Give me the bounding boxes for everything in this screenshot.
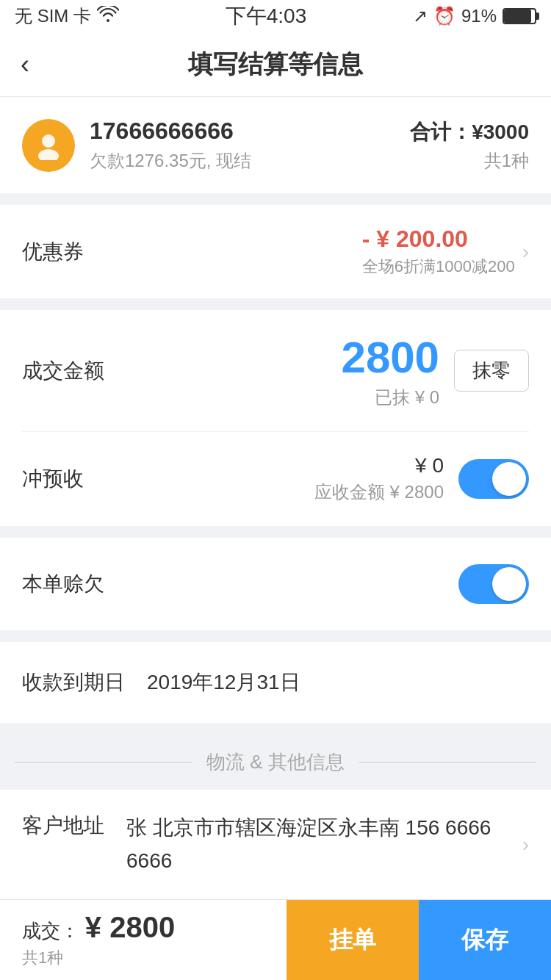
coupon-desc: 全场6折满1000减200 <box>362 256 515 278</box>
avatar <box>22 119 75 172</box>
customer-owe: 欠款1276.35元, 现结 <box>90 149 251 173</box>
coupon-right: - ¥ 200.00 全场6折满1000减200 › <box>362 226 529 278</box>
debt-toggle[interactable] <box>458 564 529 604</box>
battery-percent: 91% <box>461 6 497 26</box>
status-left: 无 SIM 卡 <box>15 4 119 28</box>
alarm-icon: ⏰ <box>433 6 455 26</box>
battery-bar <box>503 8 536 24</box>
duedate-label: 收款到期日 <box>22 669 125 696</box>
precollect-toggle[interactable] <box>458 459 529 499</box>
bottom-summary: 成交： ¥ 2800 共1种 <box>0 911 287 969</box>
page-title: 填写结算等信息 <box>188 48 363 82</box>
divider-line-right <box>359 762 536 763</box>
round-button[interactable]: 抹零 <box>454 350 529 392</box>
transaction-amount-wrap: 2800 已抹 ¥ 0 <box>342 332 439 409</box>
precollect-amounts: ¥ 0 应收金额 ¥ 2800 <box>314 454 444 504</box>
svg-point-1 <box>38 149 59 160</box>
address-section: 客户地址 张 北京市市辖区海淀区永丰南 156 6666 6666 › <box>0 790 551 900</box>
back-button[interactable]: ‹ <box>21 49 29 80</box>
bottom-deal-row: 成交： ¥ 2800 <box>22 911 264 944</box>
bottom-count: 共1种 <box>22 947 264 969</box>
address-chevron-icon: › <box>522 833 529 857</box>
debt-section: 本单赊欠 <box>0 538 551 630</box>
precollect-row: 冲预收 ¥ 0 应收金额 ¥ 2800 <box>22 432 529 526</box>
sim-label: 无 SIM 卡 <box>15 4 91 28</box>
debt-row: 本单赊欠 <box>22 538 529 630</box>
coupon-row[interactable]: 优惠券 - ¥ 200.00 全场6折满1000减200 › <box>0 205 551 298</box>
precollect-sub-amount: 应收金额 ¥ 2800 <box>314 480 444 504</box>
svg-point-0 <box>42 134 55 148</box>
location-icon: ↗ <box>413 6 428 26</box>
precollect-label: 冲预收 <box>22 465 84 493</box>
customer-left: 17666666666 欠款1276.35元, 现结 <box>22 118 251 173</box>
content-area: 17666666666 欠款1276.35元, 现结 合计：¥3000 共1种 … <box>0 97 551 980</box>
status-time: 下午4:03 <box>226 2 307 30</box>
customer-total: 合计：¥3000 共1种 <box>410 118 529 173</box>
wifi-icon <box>97 6 119 26</box>
status-right: ↗ ⏰ 91% <box>413 6 536 26</box>
transaction-sub: 已抹 ¥ 0 <box>342 386 439 409</box>
logistics-divider: 物流 & 其他信息 <box>0 735 551 790</box>
duedate-value: 2019年12月31日 <box>147 669 300 696</box>
save-button[interactable]: 保存 <box>419 900 551 981</box>
coupon-label: 优惠券 <box>22 238 84 266</box>
customer-phone: 17666666666 <box>90 118 251 145</box>
transaction-right: 2800 已抹 ¥ 0 抹零 <box>342 332 529 409</box>
divider-text: 物流 & 其他信息 <box>206 749 345 775</box>
duedate-row: 收款到期日 2019年12月31日 <box>22 642 529 723</box>
toggle-knob <box>492 462 526 496</box>
bottom-deal-label: 成交： <box>22 920 79 942</box>
precollect-right: ¥ 0 应收金额 ¥ 2800 <box>314 454 529 504</box>
nav-bar: ‹ 填写结算等信息 <box>0 32 551 97</box>
address-content: 张 北京市市辖区海淀区永丰南 156 6666 6666 <box>126 812 522 878</box>
address-label: 客户地址 <box>22 812 104 840</box>
total-amount: 合计：¥3000 <box>410 118 529 146</box>
precollect-main-amount: ¥ 0 <box>314 454 444 478</box>
total-count: 共1种 <box>410 149 529 173</box>
coupon-info: - ¥ 200.00 全场6折满1000减200 <box>362 226 515 278</box>
transaction-label: 成交金额 <box>22 357 104 385</box>
bottom-deal-amount: ¥ 2800 <box>85 911 175 943</box>
coupon-discount: - ¥ 200.00 <box>362 226 515 253</box>
status-bar: 无 SIM 卡 下午4:03 ↗ ⏰ 91% <box>0 0 551 32</box>
address-row[interactable]: 客户地址 张 北京市市辖区海淀区永丰南 156 6666 6666 › <box>22 790 529 900</box>
coupon-chevron-icon: › <box>522 240 529 264</box>
duedate-section: 收款到期日 2019年12月31日 <box>0 642 551 723</box>
transaction-amount: 2800 <box>342 333 439 382</box>
transaction-section: 成交金额 2800 已抹 ¥ 0 抹零 冲预收 ¥ 0 应收金额 ¥ 2800 <box>0 310 551 526</box>
debt-toggle-knob <box>492 567 526 601</box>
battery-fill <box>504 10 531 23</box>
hold-button[interactable]: 挂单 <box>287 900 419 981</box>
customer-info: 17666666666 欠款1276.35元, 现结 <box>90 118 251 173</box>
debt-label: 本单赊欠 <box>22 570 104 598</box>
customer-card: 17666666666 欠款1276.35元, 现结 合计：¥3000 共1种 <box>0 97 551 193</box>
transaction-row: 成交金额 2800 已抹 ¥ 0 抹零 <box>22 310 529 432</box>
bottom-bar: 成交： ¥ 2800 共1种 挂单 保存 <box>0 899 551 980</box>
divider-line-left <box>15 762 192 763</box>
